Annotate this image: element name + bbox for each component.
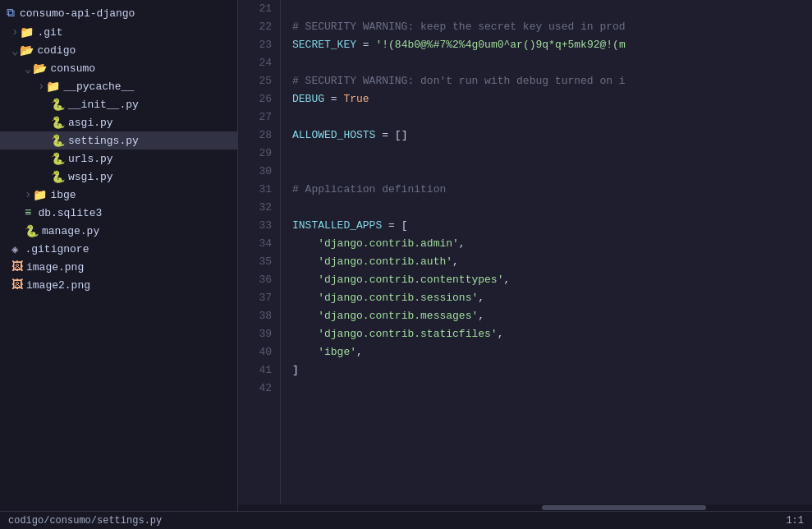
scroll-track[interactable] <box>238 504 812 511</box>
code-line: 'django.contrib.messages', <box>292 307 812 325</box>
folder-icon2: 📁 <box>46 80 60 94</box>
sidebar-item-codigo[interactable]: ⌄ 📂 codigo <box>0 41 237 59</box>
sidebar-item-ibge[interactable]: › 📁 ibge <box>0 186 237 204</box>
sidebar-item-asgi[interactable]: 🐍 asgi.py <box>0 113 237 131</box>
sidebar-label-pycache: __pycache__ <box>63 80 134 93</box>
code-line: ALLOWED_HOSTS = [] <box>292 126 812 145</box>
sidebar-item-image2[interactable]: 🖼 image2.png <box>0 276 237 294</box>
code-line: # SECURITY WARNING: don't run with debug… <box>292 72 812 90</box>
sidebar-item-gitignore[interactable]: ◈ .gitignore <box>0 240 237 258</box>
code-line: 'django.contrib.auth', <box>292 253 812 271</box>
code-line <box>292 0 812 18</box>
chevron-down-icon2: ⌄ <box>25 62 31 76</box>
line-number: 24 <box>238 54 272 72</box>
chevron-right-icon: › <box>11 25 18 39</box>
code-container[interactable]: 2122232425262728293031323334353637383940… <box>238 0 812 504</box>
chevron-right-icon3: › <box>25 188 31 201</box>
img-icon2: 🖼 <box>11 278 23 292</box>
line-number: 41 <box>238 361 272 380</box>
code-line: 'django.contrib.staticfiles', <box>292 325 812 343</box>
code-line <box>292 54 812 72</box>
py-icon-settings: 🐍 <box>51 134 65 148</box>
scroll-thumb[interactable] <box>542 505 706 510</box>
code-line: ] <box>292 361 812 380</box>
code-line: 'django.contrib.contenttypes', <box>292 271 812 289</box>
layers-icon: ⧉ <box>7 7 15 20</box>
chevron-right-icon2: › <box>38 80 44 93</box>
sidebar-item-urls[interactable]: 🐍 urls.py <box>0 150 237 168</box>
code-line <box>292 380 812 398</box>
sidebar-label-image2: image2.png <box>26 279 90 292</box>
sidebar-item-db[interactable]: ≡ db.sqlite3 <box>0 204 237 222</box>
py-icon-init: 🐍 <box>51 98 65 112</box>
root-label: consumo-api-django <box>20 7 135 20</box>
code-line <box>292 163 812 181</box>
py-icon-wsgi: 🐍 <box>51 170 65 184</box>
line-number: 27 <box>238 108 272 126</box>
sidebar-item-settings[interactable]: 🐍 settings.py <box>0 131 237 150</box>
sidebar-label-init: __init__.py <box>68 99 139 111</box>
line-number: 40 <box>238 343 272 361</box>
sidebar-label-codigo: codigo <box>37 44 76 57</box>
folder-open-icon2: 📂 <box>33 62 47 76</box>
editor-area: 2122232425262728293031323334353637383940… <box>238 0 812 511</box>
line-number: 37 <box>238 289 272 307</box>
sidebar-item-consumo[interactable]: ⌄ 📂 consumo <box>0 59 237 77</box>
py-icon-asgi: 🐍 <box>51 116 65 130</box>
file-tree[interactable]: ⧉ consumo-api-django › 📁 .git ⌄ 📂 codigo… <box>0 0 238 511</box>
sidebar-label-git: .git <box>37 26 62 39</box>
line-number: 30 <box>238 163 272 181</box>
folder-open-icon: 📂 <box>20 44 34 58</box>
code-line: SECRET_KEY = '!(84b0@%#7%2%4g0um0^ar()9q… <box>292 36 812 54</box>
line-number: 39 <box>238 325 272 343</box>
gitignore-icon: ◈ <box>11 242 18 256</box>
sidebar-label-db: db.sqlite3 <box>38 207 102 219</box>
sidebar-item-wsgi[interactable]: 🐍 wsgi.py <box>0 168 237 186</box>
db-icon: ≡ <box>25 206 31 219</box>
code-line: # Application definition <box>292 181 812 199</box>
status-position: 1:1 <box>786 515 804 527</box>
line-number: 35 <box>238 253 272 271</box>
line-number: 38 <box>238 307 272 325</box>
chevron-down-icon: ⌄ <box>11 44 18 58</box>
code-line <box>292 199 812 217</box>
root-item[interactable]: ⧉ consumo-api-django <box>0 3 237 23</box>
line-number: 42 <box>238 380 272 398</box>
status-path: codigo/consumo/settings.py <box>8 515 786 527</box>
line-number: 22 <box>238 18 272 36</box>
line-numbers: 2122232425262728293031323334353637383940… <box>238 0 281 504</box>
sidebar-label-manage: manage.py <box>42 225 99 237</box>
line-number: 31 <box>238 181 272 199</box>
folder-icon: 📁 <box>20 25 34 39</box>
py-icon-urls: 🐍 <box>51 152 65 166</box>
code-line <box>292 145 812 163</box>
code-content: # SECURITY WARNING: keep the secret key … <box>281 0 812 504</box>
sidebar-label-image: image.png <box>26 261 84 274</box>
sidebar-label-asgi: asgi.py <box>68 117 113 129</box>
line-number: 28 <box>238 126 272 145</box>
code-line: 'django.contrib.admin', <box>292 235 812 253</box>
sidebar-label-ibge: ibge <box>50 189 76 201</box>
sidebar-item-image[interactable]: 🖼 image.png <box>0 258 237 276</box>
line-number: 34 <box>238 235 272 253</box>
line-number: 36 <box>238 271 272 289</box>
sidebar-label-consumo: consumo <box>50 62 95 75</box>
sidebar-label-wsgi: wsgi.py <box>68 171 113 183</box>
img-icon: 🖼 <box>11 260 23 274</box>
sidebar-item-init[interactable]: 🐍 __init__.py <box>0 95 237 113</box>
sidebar-item-pycache[interactable]: › 📁 __pycache__ <box>0 77 237 95</box>
code-line: # SECURITY WARNING: keep the secret key … <box>292 18 812 36</box>
line-number: 29 <box>238 145 272 163</box>
folder-icon3: 📁 <box>33 188 47 202</box>
line-number: 32 <box>238 199 272 217</box>
sidebar-item-manage[interactable]: 🐍 manage.py <box>0 222 237 240</box>
line-number: 23 <box>238 36 272 54</box>
code-line: INSTALLED_APPS = [ <box>292 217 812 235</box>
line-number: 26 <box>238 90 272 108</box>
code-line: 'django.contrib.sessions', <box>292 289 812 307</box>
py-icon-manage: 🐍 <box>25 224 39 238</box>
sidebar-item-git[interactable]: › 📁 .git <box>0 23 237 41</box>
line-number: 21 <box>238 0 272 18</box>
sidebar-label-gitignore: .gitignore <box>25 243 89 255</box>
sidebar-label-urls: urls.py <box>68 153 113 165</box>
